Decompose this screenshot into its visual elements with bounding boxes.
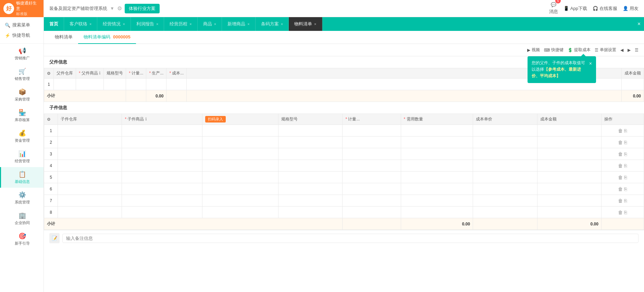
- list-view-button[interactable]: ☰: [635, 48, 639, 52]
- copy-icon-8[interactable]: ⎘: [624, 210, 627, 215]
- search-menu-item[interactable]: 🔍 搜索菜单: [3, 20, 40, 30]
- quick-nav-item[interactable]: ⚡ 快捷导航: [3, 30, 40, 40]
- copy-icon-5[interactable]: ⎘: [624, 175, 627, 180]
- sidebar-item-enterprise[interactable]: 🏢 企业协同: [0, 208, 44, 229]
- online-service-button[interactable]: 🎧 在线客服: [593, 5, 617, 12]
- video-button[interactable]: ▶ 视频: [527, 47, 540, 53]
- parent-goods-info-icon[interactable]: ℹ: [99, 71, 101, 75]
- tab-goods-close[interactable]: ×: [214, 22, 216, 26]
- tab-history-close[interactable]: ×: [189, 22, 191, 26]
- delete-icon-1[interactable]: 🗑: [618, 128, 623, 133]
- child-cell-unit-4[interactable]: [343, 160, 401, 172]
- parent-cell-warehouse[interactable]: [54, 79, 76, 90]
- child-cell-goods-3[interactable]: [122, 148, 202, 160]
- tab-profit[interactable]: 利润报告 ×: [131, 17, 164, 31]
- child-cell-goods-8[interactable]: [122, 207, 202, 218]
- delete-icon-6[interactable]: 🗑: [618, 186, 623, 192]
- tooltip-close-button[interactable]: ×: [589, 60, 592, 67]
- child-cell-quantity-1[interactable]: [401, 125, 473, 137]
- child-cell-unit-cost-4[interactable]: [473, 160, 537, 172]
- copy-icon-7[interactable]: ⎘: [624, 198, 627, 203]
- tab-bom-close[interactable]: ×: [314, 22, 316, 26]
- child-cell-unit-cost-8[interactable]: [473, 207, 537, 218]
- child-cell-quantity-2[interactable]: [401, 137, 473, 148]
- sidebar-item-operation[interactable]: 📊 经营管理: [0, 147, 44, 167]
- tab-bom[interactable]: 物料清单 ×: [289, 17, 322, 31]
- child-cell-quantity-7[interactable]: [401, 195, 473, 207]
- child-cell-unit-cost-3[interactable]: [473, 148, 537, 160]
- child-cell-goods-4[interactable]: [122, 160, 202, 172]
- scan-input-button[interactable]: 扫码录入: [205, 116, 226, 122]
- sub-tab-detail[interactable]: 物料清单编码 0000005: [78, 31, 136, 44]
- tab-home[interactable]: 首页: [44, 17, 64, 31]
- child-cell-unit-cost-1[interactable]: [473, 125, 537, 137]
- delete-icon-8[interactable]: 🗑: [618, 210, 623, 215]
- child-cell-spec-2[interactable]: [278, 137, 343, 148]
- tab-history[interactable]: 经营历程 ×: [164, 17, 197, 31]
- delete-icon-5[interactable]: 🗑: [618, 175, 623, 180]
- parent-cell-goods[interactable]: [76, 79, 104, 90]
- sidebar-item-sales[interactable]: 🛒 销售管理: [0, 64, 44, 85]
- child-cell-quantity-3[interactable]: [401, 148, 473, 160]
- child-cell-unit-1[interactable]: [343, 125, 401, 137]
- copy-icon-1[interactable]: ⎘: [624, 128, 627, 133]
- child-goods-info-icon[interactable]: ℹ: [145, 117, 147, 121]
- child-cell-unit-3[interactable]: [343, 148, 401, 160]
- child-cell-warehouse-6[interactable]: [58, 183, 122, 195]
- child-cell-unit-cost-2[interactable]: [473, 137, 537, 148]
- note-input[interactable]: [62, 234, 639, 243]
- sidebar-item-finance[interactable]: 💰 资金管理: [0, 126, 44, 147]
- child-cell-goods-2[interactable]: [122, 137, 202, 148]
- child-cell-unit-7[interactable]: [343, 195, 401, 207]
- child-cell-warehouse-1[interactable]: [58, 125, 122, 137]
- experience-button[interactable]: 体验行业方案: [125, 4, 160, 13]
- user-button[interactable]: 👤 用友: [623, 5, 639, 12]
- child-cell-spec-3[interactable]: [278, 148, 343, 160]
- sidebar-item-marketing[interactable]: 📢 营销推广: [0, 44, 44, 64]
- tab-new-goods[interactable]: 新增商品 ×: [222, 17, 255, 31]
- child-cell-warehouse-7[interactable]: [58, 195, 122, 207]
- child-cell-spec-4[interactable]: [278, 160, 343, 172]
- tab-operations[interactable]: 经营情况 ×: [97, 17, 131, 31]
- shortcut-button[interactable]: ⌨ 快捷键: [544, 47, 564, 53]
- message-button[interactable]: 💬 5 消息: [549, 2, 558, 15]
- child-cell-goods-7[interactable]: [122, 195, 202, 207]
- child-cell-unit-5[interactable]: [343, 172, 401, 183]
- sidebar-item-inventory[interactable]: 🏪 库存核算: [0, 105, 44, 126]
- tab-new-goods-close[interactable]: ×: [247, 22, 249, 26]
- sub-tab-list[interactable]: 物料清单: [49, 31, 78, 44]
- parent-cell-spec[interactable]: [104, 79, 126, 90]
- tab-customers[interactable]: 客户联络 ×: [64, 17, 97, 31]
- sidebar-item-basic[interactable]: 📋 基础信息: [0, 167, 44, 188]
- tabs-close-all-button[interactable]: ×: [634, 21, 644, 27]
- system-dropdown-icon[interactable]: ▼: [110, 6, 114, 11]
- child-cell-spec-8[interactable]: [278, 207, 343, 218]
- tab-operations-close[interactable]: ×: [123, 22, 125, 26]
- child-cell-spec-7[interactable]: [278, 195, 343, 207]
- child-cell-warehouse-3[interactable]: [58, 148, 122, 160]
- app-download-button[interactable]: 📱 App下载: [564, 5, 587, 12]
- nav-prev-button[interactable]: ◀: [620, 48, 623, 52]
- child-cell-unit-cost-6[interactable]: [473, 183, 537, 195]
- child-cell-warehouse-2[interactable]: [58, 137, 122, 148]
- child-cell-unit-2[interactable]: [343, 137, 401, 148]
- tab-goods[interactable]: 商品 ×: [198, 17, 222, 31]
- tab-customers-close[interactable]: ×: [89, 22, 91, 26]
- nav-next-button[interactable]: ▶: [628, 48, 631, 52]
- child-cell-warehouse-5[interactable]: [58, 172, 122, 183]
- sidebar-item-purchase[interactable]: 📦 采购管理: [0, 85, 44, 105]
- parent-cell-unit[interactable]: [126, 79, 146, 90]
- copy-icon-6[interactable]: ⎘: [624, 186, 627, 192]
- child-cell-unit-8[interactable]: [343, 207, 401, 218]
- copy-icon-3[interactable]: ⎘: [624, 151, 627, 157]
- child-cell-spec-6[interactable]: [278, 183, 343, 195]
- child-cell-goods-6[interactable]: [122, 183, 202, 195]
- sidebar-item-guide[interactable]: 🎯 新手引导: [0, 229, 44, 249]
- parent-cell-production[interactable]: [146, 79, 166, 90]
- child-cell-warehouse-8[interactable]: [58, 207, 122, 218]
- child-cell-goods-1[interactable]: [122, 125, 202, 137]
- copy-icon-4[interactable]: ⎘: [624, 163, 627, 168]
- delete-icon-4[interactable]: 🗑: [618, 163, 623, 168]
- child-cell-spec-1[interactable]: [278, 125, 343, 137]
- child-cell-quantity-4[interactable]: [401, 160, 473, 172]
